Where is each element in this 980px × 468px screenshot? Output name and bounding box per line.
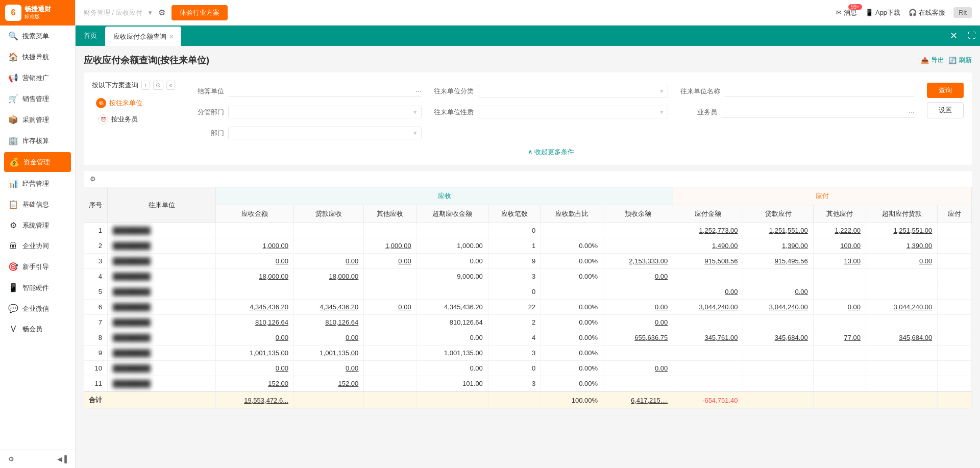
scheme-by-staff[interactable]: ⏰ 按业务员 <box>92 111 175 128</box>
table-cell[interactable]: 18,000.00 <box>294 269 364 284</box>
table-cell[interactable]: 1,001,135.00 <box>294 346 364 361</box>
topbar-dropdown-arrow[interactable]: ▾ <box>149 9 152 16</box>
tab-close-icon[interactable]: × <box>169 33 173 40</box>
partner-name-input[interactable] <box>724 86 915 97</box>
table-cell[interactable]: 345,684.00 <box>866 330 938 346</box>
table-cell[interactable]: 18,000.00 <box>216 269 294 284</box>
scheme-settings-icon[interactable]: ⊙ <box>153 81 163 90</box>
table-cell[interactable]: 0.00 <box>216 254 294 269</box>
footer-ar-prepaid[interactable]: 6,417,215.... <box>603 391 673 409</box>
table-cell[interactable]: 152.00 <box>216 376 294 392</box>
department-dropdown[interactable]: ▾ <box>228 127 422 139</box>
table-cell[interactable]: 3,044,240.00 <box>743 300 813 315</box>
table-cell[interactable]: 152.00 <box>294 376 364 392</box>
table-cell[interactable]: 2,153,333.00 <box>603 254 673 269</box>
topbar-gear-icon[interactable]: ⚙ <box>158 8 165 17</box>
sidebar-item-wechat[interactable]: 💬 企业微信 <box>0 298 75 319</box>
table-cell[interactable]: 0.00 <box>603 269 673 284</box>
sidebar-item-search[interactable]: 🔍 搜索菜单 <box>0 26 75 46</box>
table-cell[interactable]: 1,000.00 <box>216 238 294 254</box>
table-cell[interactable]: 0.00 <box>813 300 866 315</box>
table-cell[interactable]: 3,044,240.00 <box>866 300 938 315</box>
scheme-by-partner[interactable]: 畅 按往来单位 <box>92 95 175 111</box>
table-cell[interactable]: 655,636.75 <box>603 330 673 346</box>
refresh-button[interactable]: 🔄 刷新 <box>948 56 972 65</box>
table-cell[interactable]: 1,000.00 <box>364 238 416 254</box>
sidebar-item-operations[interactable]: 📊 经营管理 <box>0 173 75 194</box>
sidebar-item-corp[interactable]: 🏛 企业协同 <box>0 236 75 256</box>
table-cell[interactable]: 0.00 <box>603 361 673 376</box>
table-cell[interactable]: 345,684.00 <box>743 330 813 346</box>
table-cell[interactable]: 1,251,551.00 <box>866 223 938 238</box>
table-cell[interactable]: 0.00 <box>364 254 416 269</box>
table-cell[interactable]: 1,252,773.00 <box>673 223 743 238</box>
table-cell[interactable]: 0.00 <box>673 284 743 300</box>
table-cell[interactable]: 0.00 <box>603 315 673 330</box>
table-cell[interactable]: 1,390.00 <box>743 238 813 254</box>
table-cell[interactable]: 0.00 <box>364 300 416 315</box>
add-scheme-icon[interactable]: + <box>141 81 150 90</box>
table-cell[interactable]: 4,345,436.20 <box>216 300 294 315</box>
export-button[interactable]: 📤 导出 <box>921 56 944 65</box>
topbar-app-download[interactable]: 📱 App下载 <box>865 8 900 17</box>
table-cell[interactable]: 0.00 <box>743 284 813 300</box>
sidebar-item-marketing[interactable]: 📢 营销推广 <box>0 67 75 88</box>
sidebar-collapse-icon[interactable]: ◀▐ <box>57 455 67 463</box>
table-cell[interactable]: 13.00 <box>813 254 866 269</box>
sidebar-item-hardware[interactable]: 📱 智能硬件 <box>0 277 75 298</box>
sidebar-item-sales[interactable]: 🛒 销售管理 <box>0 88 75 109</box>
table-cell[interactable]: 1,251,551.00 <box>743 223 813 238</box>
query-button[interactable]: 查询 <box>927 83 964 98</box>
sidebar-item-guide[interactable]: 🎯 新手引导 <box>0 256 75 277</box>
settings-button[interactable]: 设置 <box>927 102 964 118</box>
table-cell[interactable]: 1,222.00 <box>813 223 866 238</box>
tab-home[interactable]: 首页 <box>76 26 105 46</box>
sidebar-settings-icon[interactable]: ⚙ <box>8 455 14 463</box>
sidebar-item-system[interactable]: ⚙ 系统管理 <box>0 215 75 236</box>
table-cell[interactable]: 810,126.64 <box>216 315 294 330</box>
table-cell[interactable]: 0.00 <box>866 254 938 269</box>
table-cell[interactable]: 0.00 <box>216 330 294 346</box>
dept-manager-dropdown[interactable]: ▾ <box>228 106 422 118</box>
sidebar-item-base[interactable]: 📋 基础信息 <box>0 194 75 215</box>
table-cell[interactable]: 0.00 <box>216 361 294 376</box>
table-cell[interactable]: 915,495.56 <box>743 254 813 269</box>
topbar-message[interactable]: ✉ 消息 99+ <box>836 8 857 17</box>
table-cell[interactable]: 1,490.00 <box>673 238 743 254</box>
tabbar-expand-icon[interactable]: ⛶ <box>964 31 980 40</box>
table-settings-icon[interactable]: ⚙ <box>90 175 96 183</box>
table-cell[interactable]: 915,508.56 <box>673 254 743 269</box>
footer-ar-amount[interactable]: 19,553,472.6... <box>216 391 294 409</box>
table-cell[interactable]: 0.00 <box>294 254 364 269</box>
settlement-ellipsis[interactable]: ··· <box>415 87 422 95</box>
table-cell[interactable]: 810,126.64 <box>294 315 364 330</box>
table-cell[interactable]: 3,044,240.00 <box>673 300 743 315</box>
table-cell[interactable]: 1,001,135.00 <box>216 346 294 361</box>
tab-receivable[interactable]: 应收应付余额查询 × <box>105 27 181 47</box>
sidebar-item-inventory[interactable]: 🏢 库存核算 <box>0 130 75 151</box>
partner-category-dropdown[interactable]: ▾ <box>478 85 668 97</box>
tabbar-close-icon[interactable]: ✕ <box>944 30 964 41</box>
sidebar-item-member[interactable]: V 畅会员 <box>0 319 75 339</box>
salesperson-input[interactable] <box>721 108 909 116</box>
sidebar-item-finance[interactable]: 💰 资金管理 <box>4 152 71 172</box>
filter-collapse-btn[interactable]: ∧ 收起更多条件 <box>181 147 921 157</box>
table-cell[interactable]: 4,345,436.20 <box>294 300 364 315</box>
table-cell[interactable]: 100.00 <box>813 238 866 254</box>
topbar-user[interactable]: Rit <box>953 7 972 18</box>
settlement-unit-input[interactable] <box>228 87 415 95</box>
table-cell[interactable]: 77.00 <box>813 330 866 346</box>
partner-nature-dropdown[interactable]: ▾ <box>478 106 668 118</box>
table-cell[interactable]: 0.00 <box>294 361 364 376</box>
scheme-collapse-icon[interactable]: « <box>166 81 175 90</box>
table-cell <box>673 361 743 376</box>
topbar-online-service[interactable]: 🎧 在线客服 <box>909 8 945 17</box>
sidebar-item-purchase[interactable]: 📦 采购管理 <box>0 109 75 130</box>
sidebar-item-quick[interactable]: 🏠 快捷导航 <box>0 46 75 67</box>
table-cell[interactable]: 0.00 <box>603 300 673 315</box>
table-cell[interactable]: 345,761.00 <box>673 330 743 346</box>
table-cell[interactable]: 0.00 <box>294 330 364 346</box>
promo-button[interactable]: 体验行业方案 <box>172 5 228 20</box>
table-cell[interactable]: 1,390.00 <box>866 238 938 254</box>
salesperson-ellipsis[interactable]: ··· <box>909 108 915 116</box>
